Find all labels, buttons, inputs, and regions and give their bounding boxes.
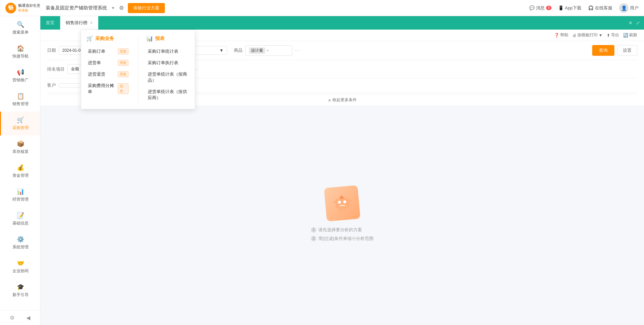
- message-icon: 💬: [529, 5, 535, 10]
- goods-tag-close-icon[interactable]: ×: [266, 48, 269, 52]
- sidebar-settings-icon[interactable]: ⚙: [10, 315, 14, 321]
- dropdown-item-purchase-fee[interactable]: 采购费用分摊单 历史: [86, 80, 130, 97]
- sidebar-item-operations[interactable]: 📊 经营管理: [0, 183, 40, 207]
- purchase-col-title: 🛒 采购业务: [86, 35, 130, 42]
- basic-info-icon: 📝: [17, 212, 24, 219]
- finance-icon: 💰: [17, 164, 24, 171]
- svg-rect-8: [339, 208, 342, 211]
- window-close-icon[interactable]: ✕: [627, 19, 634, 27]
- system-name: 装备及固定资产辅助管理系统: [46, 5, 107, 11]
- system-dropdown-icon[interactable]: ▼: [111, 6, 115, 10]
- operations-icon: 📊: [17, 188, 24, 195]
- dropdown-item-goods-return[interactable]: 进货退货 历史: [86, 69, 130, 80]
- logo-badge: 标准版: [18, 8, 40, 13]
- collapse-chevron-icon: ∧: [328, 98, 331, 103]
- sidebar-item-guide[interactable]: 🎓 新手引导: [0, 279, 40, 302]
- online-service-button[interactable]: 🎧 在线客服: [588, 5, 612, 11]
- tab-sales-ranking[interactable]: 销售排行榜 ×: [60, 16, 98, 30]
- top-bar: 畅 畅通道好生意 标准版 装备及固定资产辅助管理系统 ▼ ⚙ 体验行业方案 💬 …: [0, 0, 644, 16]
- logo-icon: 畅: [5, 3, 16, 13]
- dropdown-item-order-exec[interactable]: 采购订单执行表: [146, 57, 190, 69]
- headset-icon: 🎧: [588, 5, 594, 10]
- empty-state: 1 请先选择要分析的方案 2 用[过滤]条件来缩小分析范围: [40, 106, 644, 325]
- sidebar-item-search-menu[interactable]: 🔍 搜索菜单: [0, 16, 40, 40]
- help-button[interactable]: ❓ 帮助: [554, 32, 568, 38]
- history-badge-3: 历史: [118, 83, 129, 94]
- svg-rect-1: [338, 201, 341, 204]
- svg-rect-2: [343, 200, 346, 203]
- history-badge-2: 历史: [118, 71, 129, 77]
- voucher-status-dropdown-icon: ▼: [219, 48, 223, 53]
- user-menu[interactable]: 👤 用户: [619, 3, 639, 13]
- guide-icon: 🎓: [17, 283, 24, 291]
- setting-button[interactable]: 设置: [617, 45, 637, 56]
- purchase-col-icon: 🛒: [86, 35, 93, 42]
- sidebar-item-basic-info[interactable]: 📝 基础信息: [0, 207, 40, 231]
- message-button[interactable]: 💬 消息 9: [529, 5, 551, 11]
- home-icon: 🏠: [17, 45, 24, 52]
- svg-rect-7: [349, 200, 351, 202]
- purchase-col: 🛒 采购业务 采购订单 历史 进货单 历史 进货退货 历史: [86, 35, 130, 104]
- history-badge-1: 历史: [118, 60, 129, 66]
- search-menu-icon: 🔍: [17, 21, 24, 28]
- logo-area: 畅 畅通道好生意 标准版: [5, 3, 46, 13]
- tab-home[interactable]: 首页: [40, 16, 60, 30]
- history-badge-0: 历史: [118, 48, 129, 54]
- app-download-button[interactable]: 📱 App下载: [558, 5, 581, 11]
- svg-rect-9: [343, 208, 346, 211]
- window-maximize-icon[interactable]: ⤢: [635, 19, 641, 27]
- sidebar-item-finance[interactable]: 💰 资金管理: [0, 159, 40, 183]
- refresh-icon: 🔄: [623, 33, 628, 38]
- empty-illustration: [324, 185, 360, 221]
- sidebar-item-system[interactable]: ⚙️ 系统管理: [0, 231, 40, 255]
- query-button[interactable]: 查询: [592, 45, 614, 56]
- svg-rect-5: [341, 195, 342, 197]
- print-icon: 🖨: [572, 33, 576, 38]
- dropdown-item-goods-stats-by-product[interactable]: 进货单统计表（按商品）: [146, 69, 190, 86]
- goods-field: 商品 设计素 × ···: [234, 45, 300, 56]
- sales-icon: 📋: [17, 92, 24, 100]
- empty-tip-2: 2 用[过滤]条件来缩小分析范围: [311, 236, 373, 242]
- tab-actions: ✕ ⤢: [624, 19, 644, 27]
- message-badge: 9: [546, 6, 551, 10]
- purchase-icon: 🛒: [17, 116, 24, 124]
- phone-icon: 📱: [558, 5, 564, 10]
- goods-input[interactable]: 设计素 ×: [245, 45, 292, 56]
- sidebar-item-enterprise[interactable]: 🤝 企业协同: [0, 255, 40, 279]
- tab-bar: 首页 销售排行榜 × ✕ ⤢ 🛒 采购业务 采购订单: [40, 16, 644, 30]
- report-col: 📊 报表 采购订单统计表 采购订单执行表 进货单统计表（按商品） 进货单统计表（…: [146, 35, 190, 104]
- print-button[interactable]: 🖨 按模板打印 ▼: [572, 32, 603, 38]
- dropdown-item-goods-receipt[interactable]: 进货单 历史: [86, 57, 130, 69]
- logo-text: 畅通道好生意: [18, 3, 40, 8]
- top-middle: 装备及固定资产辅助管理系统 ▼ ⚙ 体验行业方案: [46, 3, 529, 13]
- sidebar-item-sales[interactable]: 📋 销售管理: [0, 88, 40, 112]
- dropdown-item-order-stats[interactable]: 采购订单统计表: [146, 46, 190, 57]
- goods-more-icon[interactable]: ···: [295, 48, 300, 53]
- sidebar-item-quick-nav[interactable]: 🏠 快捷导航: [0, 40, 40, 64]
- help-icon: ❓: [554, 33, 559, 38]
- sidebar-item-marketing[interactable]: 📢 营销推广: [0, 64, 40, 88]
- export-icon: ⬆: [607, 33, 610, 38]
- gear-icon[interactable]: ⚙: [119, 5, 124, 11]
- industry-button[interactable]: 体验行业方案: [128, 3, 165, 13]
- avatar: 👤: [619, 3, 629, 13]
- sidebar-bottom: ⚙ ◀: [0, 310, 40, 325]
- report-col-icon: 📊: [146, 35, 153, 42]
- top-right: 💬 消息 9 📱 App下载 🎧 在线客服 👤 用户: [529, 3, 639, 13]
- system-icon: ⚙️: [17, 236, 24, 243]
- tab-close-icon[interactable]: ×: [90, 21, 93, 25]
- dropdown-item-purchase-order[interactable]: 采购订单 历史: [86, 46, 130, 57]
- filter-action-btns: 查询 设置: [592, 45, 637, 56]
- refresh-button[interactable]: 🔄 刷新: [623, 32, 637, 38]
- dropdown-divider: [138, 35, 138, 104]
- sidebar-item-inventory[interactable]: 📦 库存核算: [0, 135, 40, 159]
- sidebar-collapse-icon[interactable]: ◀: [26, 315, 30, 321]
- robot-illustration: [331, 192, 353, 214]
- report-col-title: 📊 报表: [146, 35, 190, 42]
- marketing-icon: 📢: [17, 69, 24, 76]
- dropdown-item-goods-stats-by-supplier[interactable]: 进货单统计表（按供应商）: [146, 86, 190, 104]
- print-dropdown-icon: ▼: [599, 33, 603, 38]
- sidebar: 🔍 搜索菜单 🏠 快捷导航 📢 营销推广 📋 销售管理 🛒 采购管理 📦 库存核…: [0, 16, 40, 325]
- export-button[interactable]: ⬆ 导出: [607, 32, 619, 38]
- sidebar-item-purchase[interactable]: 🛒 采购管理: [0, 112, 40, 135]
